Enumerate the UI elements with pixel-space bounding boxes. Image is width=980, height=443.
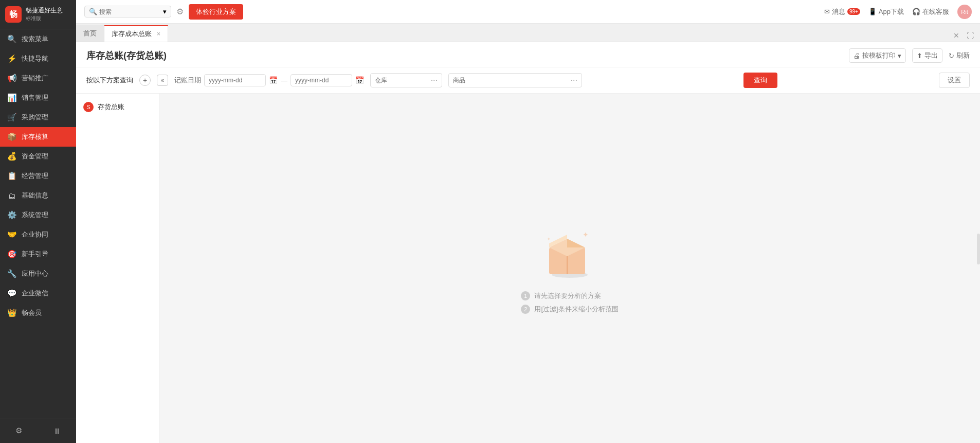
app-download-btn[interactable]: 📱 App下载 xyxy=(868,7,904,16)
headset-icon: 🎧 xyxy=(912,8,920,15)
search-input[interactable] xyxy=(99,8,161,15)
sidebar-item-label: 基础信息 xyxy=(22,191,48,200)
export-label: 导出 xyxy=(924,51,938,60)
query-btn[interactable]: 查询 xyxy=(743,73,777,88)
sidebar-item-appcenter[interactable]: 🔧 应用中心 xyxy=(0,264,76,283)
sidebar-item-newguide[interactable]: 🎯 新手引导 xyxy=(0,244,76,264)
system-icon: ⚙️ xyxy=(7,210,16,220)
sidebar-bottom: ⚙ ⏸ xyxy=(0,418,76,443)
calendar-end-icon[interactable]: 📅 xyxy=(355,76,364,84)
main-area: 🔍 ▾ ⚙ 体验行业方案 ✉ 消息 99+ 📱 App下载 🎧 在线客服 Rit xyxy=(76,0,980,443)
sidebar-item-wechat[interactable]: 💬 企业微信 xyxy=(0,283,76,303)
settings-gear-icon[interactable]: ⚙ xyxy=(176,7,184,16)
scheme-icon: S xyxy=(83,102,94,112)
user-avatar-btn[interactable]: Rit xyxy=(957,5,972,19)
date-filter-field: 记账日期 📅 — 📅 xyxy=(174,74,364,86)
sidebar-item-sales[interactable]: 📊 销售管理 xyxy=(0,88,76,108)
tab-close-all-icon[interactable]: ✕ xyxy=(951,29,961,42)
filter-add-btn[interactable]: + xyxy=(139,75,151,86)
avatar: Rit xyxy=(957,5,972,19)
topbar-right: ✉ 消息 99+ 📱 App下载 🎧 在线客服 Rit xyxy=(824,5,972,19)
purchase-icon: 🛒 xyxy=(7,113,16,122)
sidebar-item-inventory[interactable]: 📦 库存核算 xyxy=(0,127,76,147)
message-btn[interactable]: ✉ 消息 99+ xyxy=(824,7,860,16)
search-dropdown-icon[interactable]: ▾ xyxy=(163,8,167,15)
calendar-start-icon[interactable]: 📅 xyxy=(269,76,278,84)
sidebar-item-system[interactable]: ⚙️ 系统管理 xyxy=(0,205,76,225)
warehouse-select[interactable]: 仓库 ··· xyxy=(370,73,442,87)
scheme-item-inventory-ledger[interactable]: S 存货总账 xyxy=(76,98,159,116)
warehouse-more-icon[interactable]: ··· xyxy=(431,76,438,85)
search-box[interactable]: 🔍 ▾ xyxy=(84,6,171,17)
goods-select[interactable]: 商品 ··· xyxy=(448,73,582,87)
sidebar-item-marketing[interactable]: 📢 营销推广 xyxy=(0,68,76,88)
online-service-btn[interactable]: 🎧 在线客服 xyxy=(912,7,949,16)
filter-collapse-btn[interactable]: « xyxy=(157,75,168,86)
print-btn[interactable]: 🖨 按模板打印 ▾ xyxy=(849,48,906,63)
message-icon: ✉ xyxy=(824,8,830,15)
search-icon: 🔍 xyxy=(89,8,97,15)
logo-text-block: 畅捷通好生意 标准版 xyxy=(26,7,63,22)
filter-bar: 按以下方案查询 + « 记账日期 📅 — 📅 仓库 ··· 商品 ··· 查询 … xyxy=(76,67,980,94)
date-end-input[interactable] xyxy=(291,74,352,86)
scheme-sidebar: S 存货总账 xyxy=(76,94,159,443)
sidebar-item-operation[interactable]: 📋 经营管理 xyxy=(0,166,76,186)
empty-illustration: ✦ ✦ xyxy=(539,219,601,281)
sidebar-item-label: 应用中心 xyxy=(22,269,48,278)
sidebar-item-search[interactable]: 🔍 搜索菜单 xyxy=(0,29,76,49)
tab-home[interactable]: 首页 xyxy=(76,25,104,42)
search-menu-icon: 🔍 xyxy=(7,34,16,44)
goods-more-icon[interactable]: ··· xyxy=(571,76,577,85)
message-badge: 99+ xyxy=(847,8,860,15)
date-separator: — xyxy=(281,77,287,84)
tab-expand-icon[interactable]: ⛶ xyxy=(965,29,976,42)
appcenter-icon: 🔧 xyxy=(7,269,16,278)
refresh-btn[interactable]: ↻ 刷新 xyxy=(949,51,970,60)
print-dropdown-icon[interactable]: ▾ xyxy=(898,52,901,60)
sidebar-item-purchase[interactable]: 🛒 采购管理 xyxy=(0,108,76,127)
tab-inventory-ledger[interactable]: 库存成本总账 × xyxy=(104,25,168,42)
sidebar-item-label: 销售管理 xyxy=(22,93,48,102)
marketing-icon: 📢 xyxy=(7,74,16,83)
sidebar-item-label: 经营管理 xyxy=(22,171,48,181)
tabbar: 首页 库存成本总账 × ✕ ⛶ xyxy=(76,24,980,42)
phone-icon: 📱 xyxy=(868,8,877,15)
warehouse-label: 仓库 xyxy=(375,76,387,85)
online-service-label: 在线客服 xyxy=(922,7,949,16)
settings-btn[interactable]: 设置 xyxy=(939,73,970,88)
sidebar-item-label: 采购管理 xyxy=(22,113,48,122)
export-icon: ⬆ xyxy=(917,52,922,60)
sidebar-item-enterprise[interactable]: 🤝 企业协同 xyxy=(0,225,76,244)
sidebar-collapse-btn[interactable]: ⏸ xyxy=(50,424,63,438)
sidebar-item-quicknav[interactable]: ⚡ 快捷导航 xyxy=(0,49,76,68)
tab-close-icon[interactable]: × xyxy=(157,30,160,38)
scroll-handle[interactable] xyxy=(977,234,980,264)
empty-hint-2: 2 用[过滤]条件来缩小分析范围 xyxy=(521,305,618,314)
main-body: S 存货总账 xyxy=(76,94,980,443)
scheme-item-label: 存货总账 xyxy=(98,102,124,112)
topbar: 🔍 ▾ ⚙ 体验行业方案 ✉ 消息 99+ 📱 App下载 🎧 在线客服 Rit xyxy=(76,0,980,24)
refresh-icon: ↻ xyxy=(949,52,954,60)
message-label: 消息 xyxy=(832,7,845,16)
app-version: 标准版 xyxy=(26,15,63,22)
sidebar-settings-btn[interactable]: ⚙ xyxy=(13,423,25,438)
sidebar-item-label: 系统管理 xyxy=(22,210,48,220)
sidebar-item-member[interactable]: 👑 畅会员 xyxy=(0,303,76,323)
app-name: 畅捷通好生意 xyxy=(26,7,63,15)
quicknav-icon: ⚡ xyxy=(7,54,16,63)
page-title: 库存总账(存货总账) xyxy=(86,49,167,62)
sidebar-item-basic[interactable]: 🗂 基础信息 xyxy=(0,186,76,205)
enterprise-icon: 🤝 xyxy=(7,230,16,239)
refresh-label: 刷新 xyxy=(956,51,970,60)
date-start-input[interactable] xyxy=(204,74,266,86)
industry-btn[interactable]: 体验行业方案 xyxy=(189,4,243,20)
sidebar-item-finance[interactable]: 💰 资金管理 xyxy=(0,147,76,166)
export-btn[interactable]: ⬆ 导出 xyxy=(912,48,942,63)
sidebar-item-label: 企业微信 xyxy=(22,289,48,298)
svg-text:✦: ✦ xyxy=(547,236,551,242)
sidebar-item-label: 畅会员 xyxy=(22,308,42,317)
logo-icon: 畅 xyxy=(5,6,22,23)
sidebar-item-label: 搜索菜单 xyxy=(22,34,48,44)
svg-marker-3 xyxy=(567,239,585,247)
goods-label: 商品 xyxy=(453,76,465,85)
